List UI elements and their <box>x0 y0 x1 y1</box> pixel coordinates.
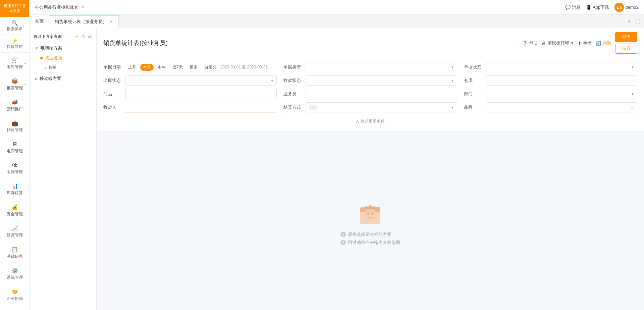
scheme-dot-salesman <box>40 57 43 59</box>
app-download-button[interactable]: 📱 App下载 <box>586 4 609 10</box>
filter-doc-type-item: 单据类型 ▼ <box>283 62 457 72</box>
sidebar-search[interactable]: 🔍 搜索菜单 <box>0 17 29 35</box>
receive-status-select[interactable]: ▼ <box>306 75 457 86</box>
tip-num-1: 1 <box>340 232 346 237</box>
product-dots-icon: ··· <box>270 92 274 96</box>
print-dropdown-icon: ▼ <box>571 41 574 45</box>
left-panel: 按以下方案查询 ＋ ⊙ ≪ ▼ 电脑端方案 按业务员 ≡ <box>30 28 97 310</box>
receiver-input[interactable]: ··· <box>125 102 277 112</box>
out-status-arrow-icon: ▼ <box>270 79 274 83</box>
close-window-icon[interactable]: ✕ <box>627 19 631 24</box>
sidebar-item-enterprise[interactable]: 🤝 企业协同 <box>0 285 29 306</box>
settings-button[interactable]: 设置 <box>615 44 637 54</box>
print-button[interactable]: 🖨 按模板打印 ▼ <box>542 40 574 46</box>
tip-text-1: 请先选择要分析的方案 <box>348 231 391 238</box>
date-tab-this-year[interactable]: 本年 <box>155 64 168 71</box>
date-range-text: 2023-03-01 至 2023-03-31 <box>220 64 268 70</box>
date-tab-last-month[interactable]: 上月 <box>125 64 139 71</box>
user-menu[interactable]: Ea demo2 <box>614 3 639 12</box>
page-header: 销货单统计表(按业务员) ❓ 帮助 🖨 按模板打印 ▼ ⬆ 导出 <box>97 28 644 58</box>
date-tab-7days[interactable]: 近7天 <box>170 64 185 71</box>
brand-dots-icon: ··· <box>631 105 634 110</box>
brand-input[interactable]: ··· <box>486 102 637 112</box>
sidebar-item-basic[interactable]: 📋 基础信息 <box>0 242 29 263</box>
doc-type-select[interactable]: ▼ <box>306 62 457 72</box>
collapse-panel-button[interactable]: ≪ <box>87 34 92 39</box>
main-area: 办公用品行业模拟账套 ▼ 💬 消息 📱 App下载 Ea demo2 首页 销货… <box>30 0 644 310</box>
sidebar-item-operation[interactable]: 📈 经营管理 <box>0 221 29 242</box>
sidebar-item-purchase[interactable]: 🛍 采购管理 <box>0 158 29 179</box>
date-tab-this-month[interactable]: 本月 <box>140 64 154 71</box>
sidebar-item-ecommerce[interactable]: 🖥 电商管理 <box>0 137 29 158</box>
order-sub-icon: ≡ <box>44 65 47 70</box>
export-button[interactable]: ⬆ 导出 <box>578 40 592 46</box>
topbar: 办公用品行业模拟账套 ▼ 💬 消息 📱 App下载 Ea demo2 <box>30 0 644 15</box>
sales-icon: 💼 <box>11 120 18 126</box>
sidebar-item-finance[interactable]: 💰 资金管理 <box>0 200 29 221</box>
filter-department-item: 部门 ▼ <box>464 89 637 99</box>
salesman-input[interactable]: ··· <box>306 89 457 99</box>
mobile-scheme-group-header[interactable]: ▶ 移动端方案 <box>30 73 96 84</box>
scheme-sub-order[interactable]: ≡ 按单 <box>30 63 96 72</box>
settle-method-label: 结算方式 <box>283 104 304 110</box>
receive-status-label: 收款状态 <box>283 78 304 84</box>
collapse-bar[interactable]: ⋀ 收起更多条件 <box>103 116 637 127</box>
department-select[interactable]: ▼ <box>486 89 637 99</box>
retail-icon: 🛒 <box>11 57 18 63</box>
scheme-panel-title: 按以下方案查询 <box>34 34 62 40</box>
report-tab-label: 销货单统计表（按业务员） <box>55 19 107 25</box>
tab-report[interactable]: 销货单统计表（按业务员） ✕ <box>49 15 119 28</box>
filter-area: 单据日期 上月 本月 本年 近7天 更多 自定义 2023-03-01 至 20… <box>97 58 644 131</box>
empty-state: 1 请先选择要分析的方案 2 用过滤条件来缩小分析范围 <box>97 131 644 310</box>
maximize-icon[interactable]: ⛶ <box>635 19 640 24</box>
sidebar-item-sales[interactable]: 💼 销售管理 <box>0 116 29 137</box>
topbar-left: 办公用品行业模拟账套 ▼ <box>35 4 85 10</box>
sidebar-logo-subtext: 标准版 <box>2 8 28 13</box>
sidebar-item-newbie[interactable]: 🎓 新手引导 <box>0 306 29 310</box>
message-button[interactable]: 💬 消息 <box>565 4 581 10</box>
home-tab-label: 首页 <box>35 18 44 24</box>
sidebar-item-inventory[interactable]: 📊 库存核算 <box>0 179 29 200</box>
pc-scheme-group-header[interactable]: ▼ 电脑端方案 <box>30 43 96 53</box>
basic-icon: 📋 <box>11 246 18 253</box>
industry-dropdown[interactable]: ▼ <box>81 5 85 9</box>
sidebar-item-system[interactable]: ⚙️ 系统管理 <box>0 263 29 285</box>
add-scheme-button[interactable]: ＋ <box>74 34 79 40</box>
query-button[interactable]: 查询 <box>615 32 637 42</box>
scheme-item-salesman[interactable]: 按业务员 <box>30 53 96 63</box>
out-status-select[interactable]: ▼ <box>125 75 277 86</box>
sidebar-logo[interactable]: 畅捷通好生意 标准版 <box>0 0 29 17</box>
mobile-group-arrow-icon: ▶ <box>35 77 38 81</box>
filter-brand-item: 品牌 ··· <box>464 102 637 112</box>
filter-warehouse-item: 仓库 ··· <box>464 75 637 86</box>
left-panel-header: 按以下方案查询 ＋ ⊙ ≪ <box>30 32 96 42</box>
doc-type-label: 单据类型 <box>283 64 304 70</box>
department-arrow-icon: ▼ <box>631 92 634 96</box>
scheme-order-label: 按单 <box>49 65 57 70</box>
tab-home[interactable]: 首页 <box>30 15 49 28</box>
refresh-button[interactable]: 🔄 刷新 <box>596 40 611 46</box>
mobile-scheme-group: ▶ 移动端方案 <box>30 73 96 84</box>
date-tab-more[interactable]: 更多 <box>187 64 200 71</box>
tab-close-icon[interactable]: ✕ <box>110 19 113 24</box>
help-button[interactable]: ❓ 帮助 <box>522 40 538 46</box>
export-icon: ⬆ <box>578 41 582 46</box>
sidebar-quick-nav[interactable]: ⚡ 快捷导航 <box>0 35 29 53</box>
sidebar-item-retail[interactable]: 🛒 零售管理 <box>0 53 29 74</box>
settle-method-clear-icon[interactable]: × <box>313 105 315 109</box>
filter-product-item: 商品 ··· <box>103 89 277 99</box>
edit-scheme-button[interactable]: ⊙ <box>81 34 85 39</box>
warehouse-input[interactable]: ··· <box>486 75 637 86</box>
salesman-dots-icon: ··· <box>451 92 454 96</box>
sidebar-item-marketing[interactable]: 📣 营销推广 <box>0 95 29 116</box>
empty-tips: 1 请先选择要分析的方案 2 用过滤条件来缩小分析范围 <box>340 231 400 248</box>
mobile-group-label: 移动端方案 <box>40 75 61 82</box>
product-input[interactable]: ··· <box>125 89 277 99</box>
doc-status-select[interactable]: ▼ <box>486 62 637 72</box>
tip-text-2: 用过滤条件来缩小分析范围 <box>348 240 400 246</box>
sidebar-item-wholesale[interactable]: 📦 批发管理 <box>0 74 29 95</box>
settle-method-select[interactable]: × ▼ <box>306 102 457 112</box>
tab-maximize-area: ✕ ⛶ <box>623 19 644 24</box>
warehouse-label: 仓库 <box>464 78 484 84</box>
date-tab-custom[interactable]: 自定义 <box>202 64 219 71</box>
